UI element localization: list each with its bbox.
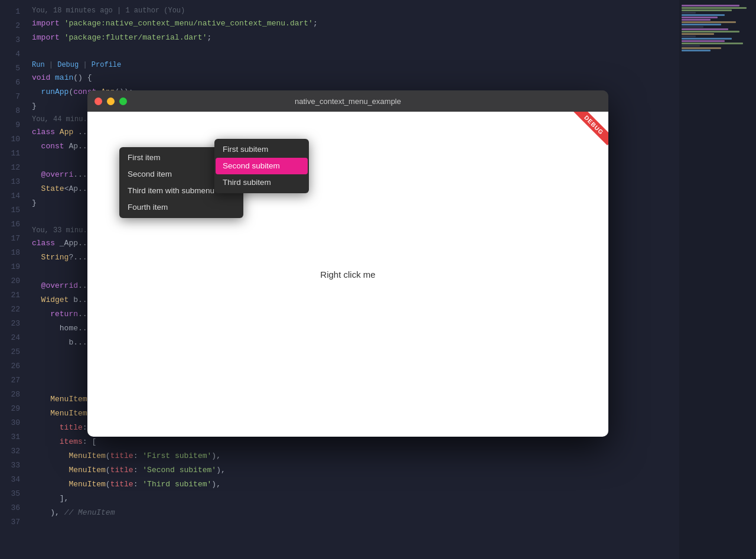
code-line-34: MenuItem(title: 'Second subitem'), [32,463,756,477]
code-line-36: ], [32,492,756,506]
window-content[interactable]: DEBUG Right click me First item Second i… [87,112,608,437]
menu-item-second-label: Second item [128,166,172,183]
minimap [679,0,756,559]
code-line-35: MenuItem(title: 'Third subitem'), [32,477,756,492]
right-click-text: Right click me [320,269,375,280]
maximize-button[interactable] [119,98,127,105]
submenu-item-third[interactable]: Third subitem [214,174,309,191]
code-line-33: MenuItem(title: 'First subitem'), [32,449,756,463]
run-debug-bar: Run | Debug | Profile [32,59,756,71]
submenu: First subitem Second subitem Third subit… [214,139,309,193]
minimize-button[interactable] [107,98,115,105]
line-numbers: 12345 678910 1112131415 1617181920 21222… [0,0,25,559]
code-line-2: import 'package:native_context_menu/nati… [32,17,756,31]
menu-item-first-label: First item [128,150,161,166]
window-titlebar: native_context_menu_example [87,90,608,112]
simulator-window: native_context_menu_example DEBUG Right … [87,90,608,437]
menu-item-fourth[interactable]: Fourth item [119,199,243,216]
close-button[interactable] [94,98,102,105]
code-line-37: ), // MenuItem [32,506,756,520]
window-title: native_context_menu_example [295,97,401,106]
code-line-6: void main() { [32,71,756,85]
code-line-32: items: [ [32,435,756,449]
menu-item-third-label: Third item with submenu [128,183,214,199]
window-controls [94,98,127,105]
debug-label: DEBUG [573,112,608,145]
debug-badge: DEBUG [570,112,608,150]
menu-item-fourth-label: Fourth item [128,199,168,216]
author-line-1: You, 18 minutes ago | 1 author (You) [32,5,756,17]
code-line-3: import 'package:flutter/material.dart'; [32,31,756,45]
submenu-item-first[interactable]: First subitem [214,141,309,158]
submenu-item-second[interactable]: Second subitem [216,158,308,174]
code-line-4 [32,45,756,59]
